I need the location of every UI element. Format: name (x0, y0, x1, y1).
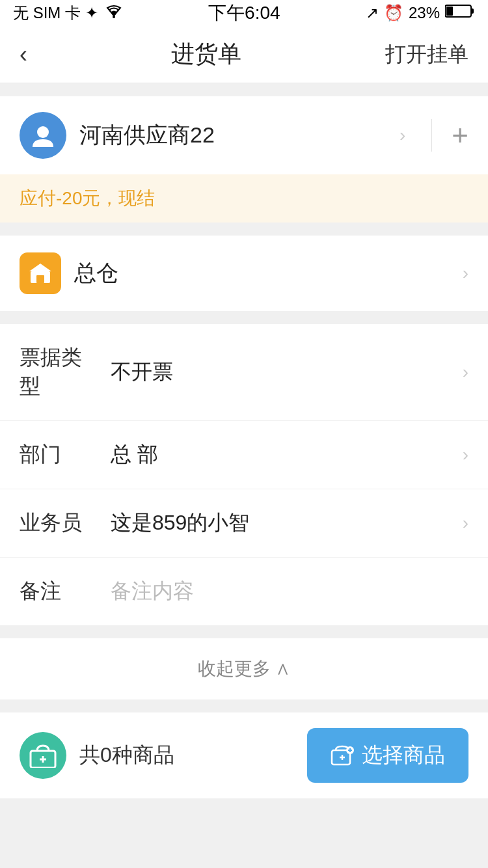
salesperson-value: 这是859的小智 (98, 509, 463, 537)
status-right: ↗ ⏰ 23% (366, 4, 475, 22)
notice-text: 应付-20元，现结 (20, 188, 155, 208)
remaining-space (0, 798, 488, 868)
department-row[interactable]: 部门 总 部 › (0, 421, 488, 489)
ticket-type-label: 票据类型 (20, 344, 98, 401)
nav-bar: ‹ 进货单 打开挂单 (0, 26, 488, 83)
supplier-row[interactable]: 河南供应商22 › + (0, 96, 488, 174)
supplier-name: 河南供应商22 (79, 120, 400, 150)
department-chevron-icon: › (463, 444, 468, 465)
product-count: 共0种商品 (79, 741, 294, 770)
gap-1 (0, 83, 488, 96)
salesperson-label: 业务员 (20, 509, 98, 537)
alarm-icon: ⏰ (384, 4, 403, 22)
battery-icon (445, 4, 475, 22)
department-value: 总 部 (98, 441, 463, 469)
collapse-text: 收起更多 ∧ (198, 658, 291, 679)
warehouse-chevron-icon: › (463, 263, 468, 284)
ticket-type-value: 不开票 (98, 358, 463, 387)
content: 河南供应商22 › + 应付-20元，现结 总仓 › 票据类型 不开票 › (0, 83, 488, 868)
product-icon (20, 732, 66, 779)
location-icon: ↗ (366, 4, 379, 22)
department-label: 部门 (20, 441, 98, 469)
add-supplier-button[interactable]: + (452, 121, 468, 150)
supplier-avatar (20, 112, 66, 159)
page-title: 进货单 (171, 38, 241, 70)
divider (431, 119, 432, 152)
svg-rect-3 (446, 7, 453, 16)
salesperson-chevron-icon: › (463, 513, 468, 534)
status-left: 无 SIM 卡 ✦ (13, 3, 123, 23)
warehouse-icon (20, 252, 61, 294)
notice-bar: 应付-20元，现结 (0, 174, 488, 223)
status-time: 下午6:04 (208, 1, 280, 25)
battery-text: 23% (409, 4, 440, 22)
svg-point-4 (37, 126, 49, 138)
warehouse-row[interactable]: 总仓 › (0, 236, 488, 311)
salesperson-row[interactable]: 业务员 这是859的小智 › (0, 489, 488, 558)
back-button[interactable]: ‹ (20, 41, 27, 68)
ticket-type-row[interactable]: 票据类型 不开票 › (0, 324, 488, 421)
warehouse-name: 总仓 (74, 258, 463, 288)
supplier-section: 河南供应商22 › + 应付-20元，现结 (0, 96, 488, 223)
open-pending-button[interactable]: 打开挂单 (385, 40, 468, 69)
sim-status: 无 SIM 卡 ✦ (13, 3, 98, 23)
select-btn-label: 选择商品 (362, 741, 445, 770)
svg-marker-6 (29, 264, 51, 271)
supplier-chevron-icon: › (400, 125, 405, 146)
form-section: 票据类型 不开票 › 部门 总 部 › 业务员 这是859的小智 › 备注 备注… (0, 324, 488, 625)
select-product-button[interactable]: 选择商品 (307, 728, 468, 783)
wifi-icon (105, 4, 123, 22)
remark-label: 备注 (20, 577, 98, 606)
remark-row[interactable]: 备注 备注内容 (0, 558, 488, 625)
status-bar: 无 SIM 卡 ✦ 下午6:04 ↗ ⏰ 23% (0, 0, 488, 26)
remark-input[interactable]: 备注内容 (98, 577, 468, 606)
svg-rect-2 (471, 8, 474, 14)
collapse-button[interactable]: 收起更多 ∧ (0, 638, 488, 699)
bottom-bar: 共0种商品 选择商品 (0, 712, 488, 798)
ticket-type-chevron-icon: › (463, 362, 468, 383)
svg-point-0 (113, 16, 115, 18)
svg-rect-7 (36, 275, 44, 283)
